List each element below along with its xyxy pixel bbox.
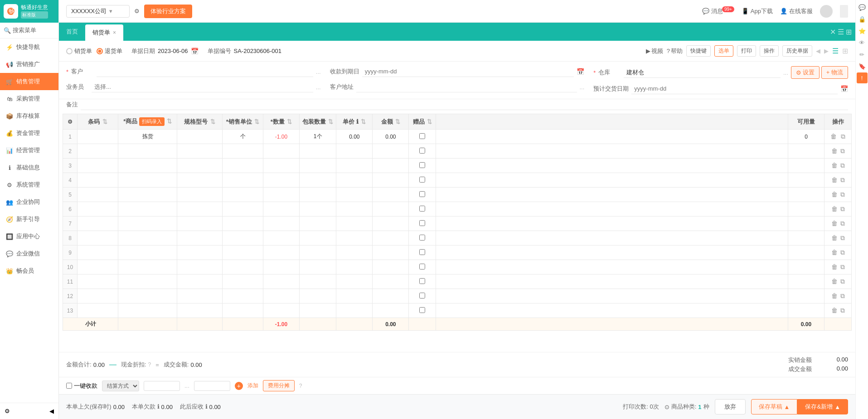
search-menu[interactable]: 🔍 搜索菜单: [0, 23, 58, 39]
customer-address-input[interactable]: [356, 82, 577, 92]
delete-row-btn[interactable]: 🗑: [830, 175, 839, 184]
save-new-button[interactable]: 保存&新增 ▲: [797, 399, 848, 414]
widget-star[interactable]: ⭐: [857, 25, 868, 36]
cell-goods[interactable]: 拣货: [118, 130, 177, 144]
online-service-button[interactable]: 👤 在线客服: [780, 7, 813, 15]
delete-row-btn[interactable]: 🗑: [830, 219, 839, 228]
delete-row-btn[interactable]: 🗑: [830, 306, 839, 315]
amount-input[interactable]: [194, 381, 230, 391]
widget-eye[interactable]: 👁: [857, 37, 868, 48]
amount-sort-icon[interactable]: ⇅: [395, 118, 400, 125]
copy-row-btn[interactable]: ⧉: [839, 277, 846, 286]
copy-row-btn[interactable]: ⧉: [839, 146, 846, 156]
widget-edit[interactable]: ✏: [857, 49, 868, 60]
warehouse-dots[interactable]: ...: [783, 69, 788, 76]
cell-barcode[interactable]: [78, 130, 118, 144]
th-setting[interactable]: ⚙: [63, 114, 78, 130]
date-calendar-icon[interactable]: 📅: [191, 48, 199, 55]
settle-method-select[interactable]: 结算方式: [102, 380, 139, 391]
select-btn[interactable]: 选单: [714, 45, 733, 57]
one-key-pay-checkbox[interactable]: [66, 383, 72, 389]
sidebar-item-sales[interactable]: 🛒 销售管理: [0, 73, 58, 90]
list-icon[interactable]: ☰: [832, 47, 839, 55]
print-btn[interactable]: 打印: [737, 45, 756, 57]
list-view-icon[interactable]: ☰: [838, 28, 844, 36]
due-date-input[interactable]: [362, 66, 574, 77]
settings-button[interactable]: ⚙设置: [791, 66, 820, 79]
qty-sort-icon[interactable]: ⇅: [287, 118, 292, 125]
copy-row-btn[interactable]: ⧉: [839, 233, 846, 243]
address-dots[interactable]: ...: [580, 84, 585, 91]
collapse-icon[interactable]: ◀: [49, 408, 54, 414]
copy-row-btn[interactable]: ⧉: [839, 219, 846, 228]
customer-input[interactable]: [97, 66, 313, 77]
abandon-button[interactable]: 放弃: [715, 399, 746, 414]
tab-close-icon[interactable]: ×: [113, 29, 116, 36]
unit-sort-icon[interactable]: ⇅: [254, 118, 259, 125]
salesman-input[interactable]: [92, 82, 313, 92]
cell-gift[interactable]: [409, 130, 436, 144]
user-avatar2[interactable]: [840, 5, 848, 18]
user-avatar[interactable]: [820, 5, 833, 18]
widget-chat[interactable]: 💬: [857, 2, 868, 13]
close-window-icon[interactable]: ✕: [830, 28, 836, 36]
pack-sort-icon[interactable]: ⇅: [328, 118, 333, 125]
logistics-button[interactable]: + 物流: [821, 66, 848, 79]
sidebar-item-quick-nav[interactable]: ⚡ 快捷导航: [0, 39, 58, 56]
save-draft-button[interactable]: 保存草稿 ▲: [751, 399, 798, 414]
warehouse-input[interactable]: [624, 67, 781, 78]
copy-row-btn[interactable]: ⧉: [839, 175, 846, 185]
add-payment-button[interactable]: +: [235, 382, 243, 390]
fenpei-help-icon[interactable]: ?: [299, 383, 302, 389]
widget-alert[interactable]: !: [857, 72, 868, 83]
grid-icon[interactable]: ⊞: [842, 47, 848, 55]
fenpei-button[interactable]: 费用分摊: [263, 380, 295, 391]
sidebar-item-wechat[interactable]: 💬 企业微信: [0, 245, 58, 262]
operation-btn[interactable]: 操作: [760, 45, 779, 57]
copy-row-btn[interactable]: ⧉: [839, 306, 846, 315]
cell-pack[interactable]: 1个: [300, 130, 336, 144]
account-no-input[interactable]: [144, 381, 180, 391]
delete-row-btn[interactable]: 🗑: [830, 146, 839, 155]
delete-row-btn[interactable]: 🗑: [830, 291, 839, 300]
delete-row-btn[interactable]: 🗑: [830, 204, 839, 213]
cell-unit[interactable]: 个: [223, 130, 263, 144]
widget-lock[interactable]: 🔒: [857, 14, 868, 24]
sidebar-item-purchase[interactable]: 🛍 采购管理: [0, 90, 58, 107]
history-btn[interactable]: 历史单据: [782, 45, 812, 57]
account-dots[interactable]: ...: [184, 382, 189, 389]
copy-row-btn[interactable]: ⧉: [839, 204, 846, 214]
delete-row-btn[interactable]: 🗑: [830, 277, 839, 286]
delete-row-btn[interactable]: 🗑: [829, 132, 838, 141]
expected-date-input[interactable]: [631, 83, 838, 94]
delete-row-btn[interactable]: 🗑: [830, 262, 839, 271]
due-date-calendar-icon[interactable]: 📅: [577, 68, 584, 75]
price-sort-icon[interactable]: ⇅: [361, 118, 366, 125]
message-button[interactable]: 💬 消息 99+: [702, 7, 734, 15]
sidebar-item-inventory[interactable]: 📦 库存核算: [0, 107, 58, 125]
copy-row-btn[interactable]: ⧉: [839, 190, 846, 199]
sidebar-item-system[interactable]: ⚙ 系统管理: [0, 176, 58, 193]
gift-sort-icon[interactable]: ⇅: [427, 118, 432, 125]
header-gear-icon[interactable]: ⚙: [134, 8, 140, 14]
shortcut-btn[interactable]: 快捷键: [686, 45, 711, 57]
cash-discount-help-icon[interactable]: ?: [148, 361, 151, 368]
copy-row-btn[interactable]: ⧉: [839, 291, 846, 301]
video-link[interactable]: ▶视频: [646, 47, 663, 55]
widget-bookmark[interactable]: 🔖: [857, 61, 868, 72]
expected-date-calendar-icon[interactable]: 📅: [840, 85, 848, 92]
sidebar-item-member[interactable]: 👑 畅会员: [0, 262, 58, 279]
settings-icon[interactable]: ⚙: [5, 408, 10, 414]
next-icon[interactable]: ▶: [824, 48, 829, 54]
sidebar-item-marketing[interactable]: 📢 营销推广: [0, 56, 58, 73]
tab-home[interactable]: 首页: [59, 23, 85, 41]
copy-row-btn[interactable]: ⧉: [839, 262, 846, 272]
sales-order-radio[interactable]: 销货单: [66, 47, 92, 55]
grid-view-icon[interactable]: ⊞: [846, 28, 852, 36]
salesman-dots[interactable]: ...: [316, 84, 321, 91]
tab-sales-order[interactable]: 销货单 ×: [85, 24, 123, 41]
company-selector[interactable]: XXXXXX公司 ▾: [66, 5, 130, 18]
delete-row-btn[interactable]: 🗑: [830, 248, 839, 257]
delete-row-btn[interactable]: 🗑: [830, 161, 839, 170]
copy-row-btn[interactable]: ⧉: [839, 248, 846, 257]
